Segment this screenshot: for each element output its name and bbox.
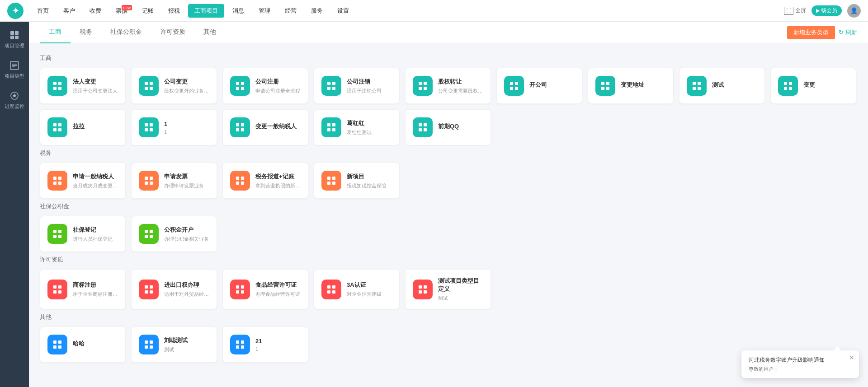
svg-rect-57 (327, 128, 330, 131)
list-item[interactable]: 测试项目类型目定义测试 (405, 269, 491, 309)
svg-rect-20 (332, 82, 335, 85)
svg-rect-34 (606, 87, 609, 90)
list-item[interactable]: 税务报道+记账拿到营业执照的新公司 (222, 163, 308, 199)
section-title-3: 许可资质 (40, 256, 857, 264)
list-item[interactable]: 拉拉 (40, 109, 126, 145)
notification-close-button[interactable]: ✕ (849, 354, 854, 361)
nav-ticket[interactable]: 票据 new (109, 4, 134, 18)
section-title-0: 工商 (40, 54, 857, 62)
nav-fee[interactable]: 收费 (83, 4, 108, 18)
refresh-button[interactable]: ↻ 刷新 (839, 28, 857, 37)
sidebar-item-project-manage[interactable]: 项目管理 (2, 25, 27, 54)
sidebar-item-project-type[interactable]: 项目类型 (2, 56, 27, 84)
tab-shebao[interactable]: 社保公积金 (101, 22, 151, 43)
list-item[interactable]: 公司注册申请公司注册全流程 (222, 68, 308, 104)
fullscreen-icon: ⛶ (784, 7, 793, 15)
svg-rect-18 (241, 87, 244, 90)
nav-industrial[interactable]: 工商项目 (188, 4, 224, 18)
svg-rect-84 (150, 230, 153, 233)
list-item[interactable]: 变更一般纳税人 (222, 109, 308, 145)
svg-rect-15 (236, 82, 239, 85)
member-button[interactable]: ▶ 畅会员 (811, 5, 842, 16)
tab-gongshang[interactable]: 工商 (40, 22, 71, 43)
list-item[interactable]: 211 (222, 326, 308, 363)
card-name: 测试项目类型目定义 (438, 277, 483, 293)
notification-triangle (834, 346, 841, 350)
card-name: 法人变更 (73, 78, 118, 86)
svg-rect-73 (236, 182, 239, 185)
list-item[interactable]: 刘聪测试测试 (131, 326, 217, 363)
card-name: 前期QQ (438, 122, 483, 131)
card-name: 公司注销 (347, 78, 392, 86)
nav-bookkeeping[interactable]: 记账 (136, 4, 160, 18)
card-icon (47, 335, 67, 354)
svg-rect-68 (150, 177, 153, 180)
card-icon (47, 76, 67, 96)
section-title-1: 税务 (40, 149, 857, 157)
notification-content: 尊敬的用户： (749, 366, 852, 373)
tab-shuiwu[interactable]: 税务 (71, 22, 101, 43)
nav-settings[interactable]: 设置 (331, 4, 355, 18)
card-name: 变更一般纳税人 (255, 122, 301, 131)
list-item[interactable]: 公司变更股权变更外的业务变更 (131, 68, 217, 104)
svg-rect-10 (58, 87, 61, 90)
svg-rect-80 (58, 230, 61, 233)
svg-rect-107 (53, 340, 57, 344)
list-item[interactable]: 食品经营许可证办理食品经营许可证 (222, 269, 308, 309)
card-info: 商标注册用于企业商标注册服务 (73, 281, 118, 298)
svg-rect-103 (419, 285, 422, 289)
card-name: 公积金开户 (164, 226, 209, 234)
list-item[interactable]: 变更地址 (588, 68, 674, 104)
nav-tax[interactable]: 报税 (162, 4, 186, 18)
card-name: 测试 (712, 81, 757, 89)
list-item[interactable]: 哈哈 (40, 326, 126, 363)
list-item[interactable]: 变更 (770, 68, 856, 104)
list-item[interactable]: 新项目报税加税控盘保管 (314, 163, 400, 199)
svg-rect-40 (789, 82, 792, 85)
list-item[interactable]: 商标注册用于企业商标注册服务 (40, 269, 126, 309)
list-item[interactable]: 法人变更适用于公司变更法人 (40, 68, 126, 104)
nav-home[interactable]: 首页 (31, 4, 55, 18)
svg-rect-8 (58, 82, 61, 85)
tab-qita[interactable]: 其他 (194, 22, 225, 43)
card-name: 拉拉 (73, 122, 118, 131)
svg-rect-11 (145, 82, 148, 85)
svg-rect-85 (145, 235, 148, 238)
fullscreen-button[interactable]: ⛶ 全屏 (784, 7, 806, 15)
nav-operation[interactable]: 经营 (278, 4, 303, 18)
card-name: 社保登记 (73, 226, 118, 234)
list-item[interactable]: 进出口权办理适用于对外贸易经营者 (131, 269, 217, 309)
svg-rect-91 (145, 285, 148, 289)
tab-xukeziazi[interactable]: 许可资质 (151, 22, 194, 43)
card-info: 测试 (712, 81, 757, 91)
sidebar-item-progress-monitor[interactable]: 进度监控 (2, 86, 27, 114)
svg-rect-35 (693, 82, 696, 85)
nav-manage[interactable]: 管理 (252, 4, 277, 18)
list-item[interactable]: 申请一般纳税人当月或次月成变更完成 (40, 163, 126, 199)
list-item[interactable]: 11 (131, 109, 217, 145)
list-item[interactable]: 开公司 (496, 68, 582, 104)
list-item[interactable]: 葛红红葛红红测试 (314, 109, 400, 145)
card-info: 变更地址 (621, 81, 666, 91)
new-type-button[interactable]: 新增业务类型 (787, 26, 835, 39)
list-item[interactable]: 公司注销适用于注销公司 (314, 68, 400, 104)
card-name: 刘聪测试 (164, 336, 209, 345)
card-name: 变更 (803, 81, 849, 89)
user-avatar[interactable]: 👤 (847, 4, 861, 18)
svg-rect-71 (236, 177, 239, 180)
nav-service[interactable]: 服务 (305, 4, 329, 18)
card-info: 哈哈 (73, 340, 118, 350)
card-desc: 适用于对外贸易经营者 (164, 291, 209, 298)
refresh-label: 刷新 (845, 28, 857, 37)
list-item[interactable]: 社保登记进行人员社保登记 (40, 216, 126, 252)
list-item[interactable]: 股权转让公司变更需要股权转让 (405, 68, 491, 104)
svg-rect-32 (606, 82, 609, 85)
nav-message[interactable]: 消息 (226, 4, 250, 18)
list-item[interactable]: 公积金开户办理公积金相关业务 (131, 216, 217, 252)
nav-client[interactable]: 客户 (57, 4, 81, 18)
card-name: 变更地址 (621, 81, 666, 89)
list-item[interactable]: 申请发票办理申请发票业务 (131, 163, 217, 199)
list-item[interactable]: 3A认证对企业信誉评级 (314, 269, 400, 309)
list-item[interactable]: 前期QQ (405, 109, 491, 145)
list-item[interactable]: 测试 (679, 68, 765, 104)
